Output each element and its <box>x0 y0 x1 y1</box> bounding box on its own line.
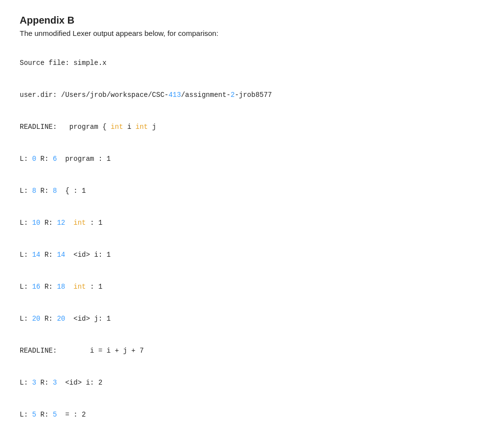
l16r18-mid: R: <box>40 283 57 291</box>
l0r6-r: 6 <box>53 155 57 163</box>
readline1-mid: i <box>123 123 135 131</box>
l10r12-end: : 1 <box>86 219 102 227</box>
l16r18-pre: L: <box>20 283 32 291</box>
l8r8-pre: L: <box>20 187 32 195</box>
l5r5a-l: 5 <box>32 411 36 419</box>
l10r12-pre: L: <box>20 219 32 227</box>
line-userdir-end: -jrob8577 <box>235 91 272 99</box>
l0r6-l: 0 <box>32 155 36 163</box>
l20r20-l: 20 <box>32 315 40 323</box>
l8r8-l: 8 <box>32 187 36 195</box>
l20r20-end: <id> j: 1 <box>65 315 110 323</box>
l8r8-r: 8 <box>53 187 57 195</box>
l0r6-end: program : 1 <box>57 155 111 163</box>
l0r6-mid: R: <box>36 155 53 163</box>
l3r3a-r: 3 <box>53 379 57 387</box>
line-source: Source file: simple.x <box>20 59 106 67</box>
l10r12-r: 12 <box>57 219 65 227</box>
l8r8-end: { : 1 <box>57 187 86 195</box>
readline2: READLINE: i = i + j + 7 <box>20 347 144 355</box>
line-userdir-num1: 413 <box>168 91 181 99</box>
l14r14-r: 14 <box>57 251 65 259</box>
readline1-int2: int <box>135 123 148 131</box>
l3r3a-pre: L: <box>20 379 32 387</box>
readline1-end: j <box>148 123 157 131</box>
l10r12-int: int <box>73 219 86 227</box>
l8r8-mid: R: <box>36 187 53 195</box>
l0r6-pre: L: <box>20 155 32 163</box>
l5r5a-r: 5 <box>53 411 57 419</box>
l3r3a-end: <id> i: 2 <box>57 379 102 387</box>
l16r18-r: 18 <box>57 283 65 291</box>
code-block: Source file: simple.x user.dir: /Users/j… <box>20 47 484 421</box>
l14r14-pre: L: <box>20 251 32 259</box>
l3r3a-mid: R: <box>36 379 53 387</box>
l14r14-end: <id> i: 1 <box>65 251 110 259</box>
l20r20-r: 20 <box>57 315 65 323</box>
l14r14-mid: R: <box>40 251 57 259</box>
l3r3a-l: 3 <box>32 379 36 387</box>
l20r20-pre: L: <box>20 315 32 323</box>
l16r18-l: 16 <box>32 283 40 291</box>
line-userdir-pre: user.dir: /Users/jrob/workspace/CSC- <box>20 91 168 99</box>
l20r20-mid: R: <box>40 315 57 323</box>
appendix-title: Appendix B <box>20 15 484 26</box>
l16r18-end: : 1 <box>86 283 102 291</box>
l10r12-l: 10 <box>32 219 40 227</box>
l14r14-l: 14 <box>32 251 40 259</box>
appendix-subtitle: The unmodified Lexer output appears belo… <box>20 29 484 37</box>
l5r5a-end: = : 2 <box>57 411 86 419</box>
l10r12-mid: R: <box>40 219 57 227</box>
line-userdir-mid: /assignment- <box>181 91 231 99</box>
readline1-pre: READLINE: program { <box>20 123 111 131</box>
line-userdir-num2: 2 <box>231 91 235 99</box>
l5r5a-pre: L: <box>20 411 32 419</box>
l16r18-int: int <box>73 283 86 291</box>
l5r5a-mid: R: <box>36 411 53 419</box>
readline1-int1: int <box>111 123 123 131</box>
